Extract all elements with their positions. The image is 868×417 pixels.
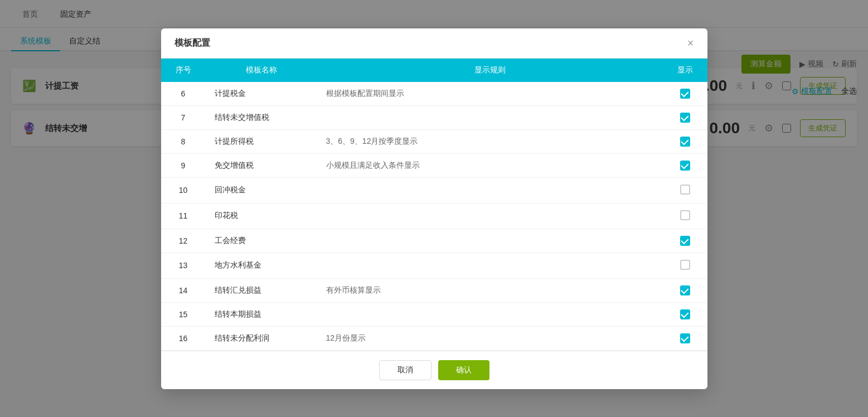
display-checkbox[interactable] bbox=[680, 309, 690, 319]
cell-name: 免交增值税 bbox=[206, 153, 317, 177]
cell-name: 结转未分配利润 bbox=[206, 326, 317, 350]
cell-name: 印花税 bbox=[206, 203, 317, 229]
cell-name: 计提所得税 bbox=[206, 129, 317, 153]
modal-overlay: 模板配置 × 序号 模板名称 显示规则 显示 6计提税金根据模板配置期间显示7结… bbox=[0, 0, 868, 417]
modal-template-config: 模板配置 × 序号 模板名称 显示规则 显示 6计提税金根据模板配置期间显示7结… bbox=[161, 28, 707, 389]
cell-seq: 8 bbox=[161, 129, 206, 153]
cell-seq: 12 bbox=[161, 229, 206, 253]
cell-seq: 11 bbox=[161, 203, 206, 229]
display-checkbox[interactable] bbox=[680, 236, 690, 246]
cell-display bbox=[663, 177, 707, 203]
col-seq: 序号 bbox=[161, 59, 206, 82]
cell-rule: 根据模板配置期间显示 bbox=[317, 82, 663, 106]
table-row: 14结转汇兑损益有外币核算显示 bbox=[161, 278, 707, 302]
modal-title: 模板配置 bbox=[174, 37, 210, 49]
display-checkbox[interactable] bbox=[680, 210, 690, 220]
modal-header: 模板配置 × bbox=[161, 28, 707, 59]
display-checkbox[interactable] bbox=[680, 113, 690, 123]
cell-display bbox=[663, 105, 707, 129]
cell-seq: 10 bbox=[161, 177, 206, 203]
cell-seq: 6 bbox=[161, 82, 206, 106]
cell-name: 结转未交增值税 bbox=[206, 105, 317, 129]
config-table: 序号 模板名称 显示规则 显示 6计提税金根据模板配置期间显示7结转未交增值税8… bbox=[161, 59, 707, 351]
cell-rule: 小规模且满足收入条件显示 bbox=[317, 153, 663, 177]
cell-rule bbox=[317, 253, 663, 278]
cell-name: 结转汇兑损益 bbox=[206, 278, 317, 302]
cell-display bbox=[663, 129, 707, 153]
table-body: 6计提税金根据模板配置期间显示7结转未交增值税8计提所得税3、6、9、12月按季… bbox=[161, 82, 707, 351]
cell-seq: 15 bbox=[161, 302, 206, 326]
display-checkbox[interactable] bbox=[680, 260, 690, 270]
cell-display bbox=[663, 82, 707, 106]
cell-name: 地方水利基金 bbox=[206, 253, 317, 278]
cell-display bbox=[663, 229, 707, 253]
cell-seq: 9 bbox=[161, 153, 206, 177]
table-row: 6计提税金根据模板配置期间显示 bbox=[161, 82, 707, 106]
display-checkbox[interactable] bbox=[680, 185, 690, 195]
cell-display bbox=[663, 302, 707, 326]
display-checkbox[interactable] bbox=[680, 89, 690, 99]
table-row: 8计提所得税3、6、9、12月按季度显示 bbox=[161, 129, 707, 153]
cell-name: 计提税金 bbox=[206, 82, 317, 106]
cell-display bbox=[663, 278, 707, 302]
col-rule: 显示规则 bbox=[317, 59, 663, 82]
modal-footer: 取消 确认 bbox=[161, 351, 707, 389]
table-row: 10回冲税金 bbox=[161, 177, 707, 203]
table-row: 7结转未交增值税 bbox=[161, 105, 707, 129]
display-checkbox[interactable] bbox=[680, 285, 690, 295]
cell-rule: 3、6、9、12月按季度显示 bbox=[317, 129, 663, 153]
cell-rule bbox=[317, 177, 663, 203]
col-name: 模板名称 bbox=[206, 59, 317, 82]
cell-rule: 有外币核算显示 bbox=[317, 278, 663, 302]
cell-display bbox=[663, 153, 707, 177]
cell-seq: 7 bbox=[161, 105, 206, 129]
confirm-button[interactable]: 确认 bbox=[438, 360, 489, 380]
cancel-button[interactable]: 取消 bbox=[379, 360, 431, 380]
table-row: 13地方水利基金 bbox=[161, 253, 707, 278]
cell-name: 工会经费 bbox=[206, 229, 317, 253]
cell-display bbox=[663, 326, 707, 350]
table-row: 12工会经费 bbox=[161, 229, 707, 253]
display-checkbox[interactable] bbox=[680, 333, 690, 343]
cell-rule: 12月份显示 bbox=[317, 326, 663, 350]
cell-name: 结转本期损益 bbox=[206, 302, 317, 326]
cell-rule bbox=[317, 302, 663, 326]
display-checkbox[interactable] bbox=[680, 137, 690, 147]
cell-rule bbox=[317, 229, 663, 253]
table-row: 11印花税 bbox=[161, 203, 707, 229]
table-row: 16结转未分配利润12月份显示 bbox=[161, 326, 707, 350]
cell-display bbox=[663, 203, 707, 229]
cell-display bbox=[663, 253, 707, 278]
cell-seq: 14 bbox=[161, 278, 206, 302]
display-checkbox[interactable] bbox=[680, 161, 690, 171]
table-row: 9免交增值税小规模且满足收入条件显示 bbox=[161, 153, 707, 177]
table-row: 15结转本期损益 bbox=[161, 302, 707, 326]
cell-seq: 13 bbox=[161, 253, 206, 278]
cell-rule bbox=[317, 203, 663, 229]
cell-seq: 16 bbox=[161, 326, 206, 350]
col-display: 显示 bbox=[663, 59, 707, 82]
cell-rule bbox=[317, 105, 663, 129]
modal-body: 序号 模板名称 显示规则 显示 6计提税金根据模板配置期间显示7结转未交增值税8… bbox=[161, 59, 707, 351]
table-head: 序号 模板名称 显示规则 显示 bbox=[161, 59, 707, 82]
close-icon[interactable]: × bbox=[687, 37, 694, 49]
cell-name: 回冲税金 bbox=[206, 177, 317, 203]
